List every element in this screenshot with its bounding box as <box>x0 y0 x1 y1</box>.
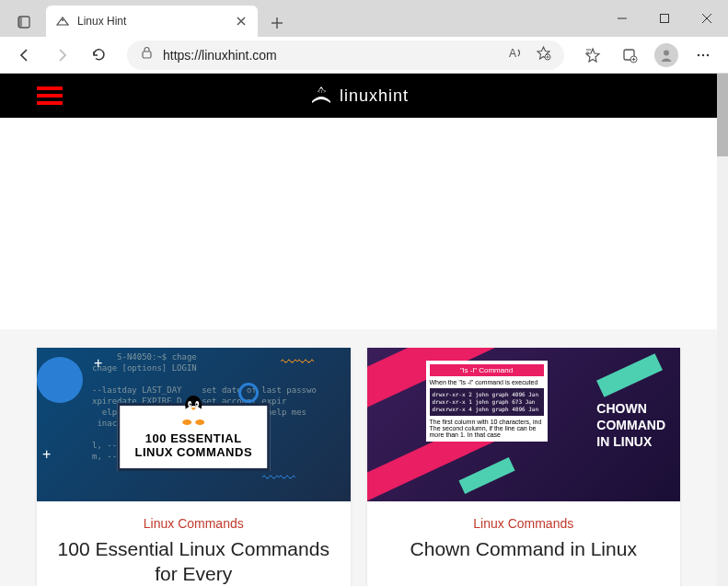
article-cards: S-N4050:~$ chage chage [options] LOGIN -… <box>37 348 680 586</box>
window-maximize-button[interactable] <box>643 0 686 37</box>
svg-point-10 <box>698 53 699 55</box>
svg-point-20 <box>182 419 191 425</box>
svg-point-18 <box>190 403 191 405</box>
thumb-big-line1: CHOWN <box>596 400 665 417</box>
article-title[interactable]: Chown Command in Linux <box>378 536 670 561</box>
article-card: S-N4050:~$ chage chage [options] LOGIN -… <box>37 348 351 586</box>
thumb-big-line2: COMMAND <box>596 417 665 433</box>
svg-rect-3 <box>661 15 669 23</box>
svg-text:</>: </> <box>318 88 327 94</box>
thumb-term-dark: drwxr-xr-x 2 john graph 4096 Jan drwxr-x… <box>430 388 544 416</box>
page-viewport: </> linuxhint S-N4050:~$ chage chage [op… <box>0 74 728 586</box>
zigzag-icon: 〰〰 <box>281 353 314 373</box>
svg-rect-4 <box>143 52 151 58</box>
window-close-button[interactable] <box>686 0 728 37</box>
svg-point-9 <box>664 50 669 55</box>
tux-icon <box>177 393 210 426</box>
back-button[interactable] <box>9 40 40 71</box>
zigzag-icon: 〰〰 <box>262 469 295 488</box>
thumb-term-header: "ls -l" Command <box>430 364 544 376</box>
collections-button[interactable] <box>614 40 645 71</box>
site-info-icon[interactable] <box>140 46 154 63</box>
tab-strip: Linux Hint <box>0 0 291 37</box>
site-header: </> linuxhint <box>0 74 717 118</box>
thumb-banner-line1: 100 ESSENTIAL <box>134 431 252 445</box>
address-bar[interactable]: https://linuxhint.com A <box>127 40 564 70</box>
site-menu-button[interactable] <box>37 83 63 109</box>
site-logo-icon: </> <box>308 83 334 109</box>
thumb-big-line3: IN LINUX <box>596 433 665 450</box>
svg-point-12 <box>707 53 709 55</box>
svg-rect-1 <box>18 17 22 28</box>
forward-button[interactable] <box>46 40 77 71</box>
browser-toolbar: https://linuxhint.com A <box>0 37 728 74</box>
tab-title: Linux Hint <box>77 15 226 28</box>
scrollbar-thumb[interactable] <box>717 74 728 156</box>
plus-icon: + <box>94 355 102 372</box>
thumb-term-sub: When the "ls -l" command is executed <box>430 379 544 385</box>
more-button[interactable] <box>688 40 719 71</box>
svg-point-21 <box>195 419 204 425</box>
content-area: S-N4050:~$ chage chage [options] LOGIN -… <box>0 329 717 586</box>
tab-actions-button[interactable] <box>7 7 40 37</box>
new-tab-button[interactable] <box>263 9 291 37</box>
plus-icon: + <box>42 446 51 463</box>
svg-point-11 <box>702 53 704 55</box>
ad-whitespace <box>0 118 717 329</box>
article-card: "ls -l" Command When the "ls -l" command… <box>367 348 681 586</box>
article-thumbnail[interactable]: S-N4050:~$ chage chage [options] LOGIN -… <box>37 348 351 501</box>
window-minimize-button[interactable] <box>601 0 643 37</box>
site-logo[interactable]: </> linuxhint <box>308 83 409 109</box>
read-aloud-icon[interactable]: A <box>509 45 525 64</box>
avatar-icon <box>654 43 678 67</box>
window-titlebar: Linux Hint <box>0 0 728 37</box>
article-category[interactable]: Linux Commands <box>378 516 670 531</box>
svg-point-2 <box>62 19 64 21</box>
address-url-text: https://linuxhint.com <box>163 48 500 63</box>
address-actions: A <box>509 45 551 64</box>
browser-tab[interactable]: Linux Hint <box>46 6 258 37</box>
svg-point-19 <box>196 403 198 405</box>
thumb-banner-line2: LINUX COMMANDS <box>134 445 252 459</box>
article-category[interactable]: Linux Commands <box>48 516 340 531</box>
refresh-button[interactable] <box>83 40 114 71</box>
scrollbar[interactable] <box>717 74 728 586</box>
article-thumbnail[interactable]: "ls -l" Command When the "ls -l" command… <box>367 348 681 501</box>
thumb-term-foot: The first column with 10 characters, ind… <box>430 419 544 438</box>
favorites-button[interactable] <box>577 40 608 71</box>
site-logo-text: linuxhint <box>340 86 409 106</box>
window-controls <box>601 0 728 37</box>
tab-close-button[interactable] <box>234 14 248 29</box>
article-title[interactable]: 100 Essential Linux Commands for Every <box>48 536 340 586</box>
tab-favicon-icon <box>55 14 70 29</box>
profile-button[interactable] <box>651 40 682 71</box>
favorite-icon[interactable] <box>536 45 551 64</box>
svg-text:A: A <box>509 47 516 60</box>
